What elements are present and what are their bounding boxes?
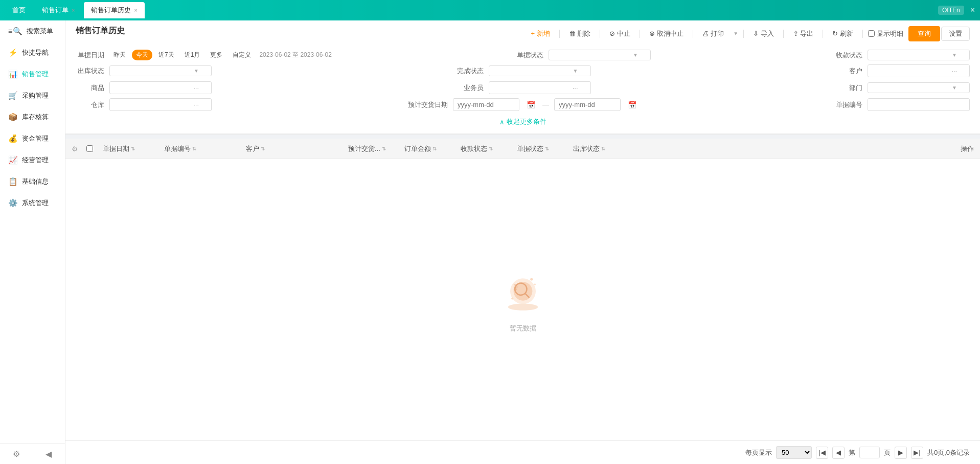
page-number-input[interactable]: 1 [859,447,880,458]
order-status-label: 单据状态 [515,51,543,60]
dept-select[interactable]: ▼ [868,82,970,93]
sales-mgmt-icon: 📊 [8,70,18,79]
th-date: 单据日期 ⇅ [99,140,160,158]
svg-point-9 [534,283,535,285]
first-page-button[interactable]: |◀ [816,447,828,459]
sort-amount-icon[interactable]: ⇅ [432,146,437,151]
filter-area: 单据日期 昨天 今天 近7天 近1月 更多 自定义 2023-06-02 至 2… [65,45,980,134]
sidebar: ≡🔍 搜索菜单 ⚡ 快捷导航 📊 销售管理 🛒 采购管理 📦 库存核算 💰 资金… [0,20,65,464]
date-btn-custom[interactable]: 自定义 [229,50,255,60]
sidebar-item-inventory[interactable]: 📦 库存核算 [0,106,65,128]
date-btn-1month[interactable]: 近1月 [180,50,204,60]
content: 销售订单历史 + 新增 🗑 删除 ⊘ 中止 ⊗ 取消中止 🖨 打印 ▼ ⇩ 导入… [65,20,980,464]
date-to-input[interactable] [554,98,621,111]
pagination: 每页显示 50 20 100 |◀ ◀ 第 1 页 ▶ ▶| 共0页,0条记录 [65,440,980,464]
display-detail-checkbox[interactable]: 显示明细 [868,29,903,38]
sort-num-icon[interactable]: ⇅ [192,146,196,151]
date-from-input[interactable] [453,98,519,111]
filter-row-2: 出库状态 ▼ 完成状态 ▼ 客户 ··· [76,64,970,77]
empty-text: 暂无数据 [510,324,536,333]
sidebar-item-sales-mgmt[interactable]: 📊 销售管理 [0,63,65,85]
order-no-input[interactable] [868,98,970,111]
sidebar-item-finance[interactable]: 💰 资金管理 [0,128,65,149]
sort-customer-icon[interactable]: ⇅ [261,146,265,151]
customer-input[interactable]: ··· [868,64,970,77]
date-btn-yesterday[interactable]: 昨天 [109,50,130,60]
sidebar-item-sys-mgmt[interactable]: ⚙️ 系统管理 [0,192,65,214]
topbar-close-button[interactable]: × [970,6,975,15]
sidebar-item-operations[interactable]: 📈 经营管理 [0,149,65,171]
last-page-button[interactable]: ▶| [911,447,923,459]
date-range-text: 2023-06-02 至 2023-06-02 [259,51,331,59]
select-all-checkbox[interactable] [86,145,93,152]
print-button[interactable]: 🖨 打印 [698,27,728,40]
sort-pay-status-icon[interactable]: ⇅ [489,146,493,151]
refresh-button[interactable]: ↻ 刷新 [828,27,857,40]
collapse-icon: ∧ [499,118,505,126]
sort-order-status-icon[interactable]: ⇅ [545,146,549,151]
out-status-select[interactable]: ▼ [109,65,212,76]
salesperson-input[interactable]: ··· [489,81,591,94]
page-size-select[interactable]: 50 20 100 [776,446,812,459]
sidebar-settings-button[interactable]: ⚙ [0,444,33,464]
goods-input[interactable]: ··· [109,81,212,94]
sidebar-item-base-info[interactable]: 📋 基础信息 [0,171,65,192]
date-btn-today[interactable]: 今天 [132,50,152,60]
order-status-select[interactable]: ▼ [549,50,651,60]
delete-button[interactable]: 🗑 删除 [565,27,595,40]
sidebar-item-search-menu[interactable]: ≡🔍 搜索菜单 [0,20,65,42]
tab-home[interactable]: 首页 [5,2,33,18]
date-label: 单据日期 [76,51,104,60]
stop-button[interactable]: ⊘ 中止 [605,27,634,40]
th-ops: 操作 [625,140,978,158]
query-button[interactable]: 查询 [908,26,940,41]
warehouse-input[interactable]: ··· [109,98,212,111]
sort-out-status-icon[interactable]: ⇅ [601,146,605,151]
date-btn-7days[interactable]: 近7天 [154,50,178,60]
goods-more-dots: ··· [193,84,199,92]
customer-more-dots: ··· [951,67,957,75]
finance-icon: 💰 [8,134,18,143]
inventory-icon: 📦 [8,113,18,122]
export-button[interactable]: ⇪ 导出 [789,27,818,40]
customer-label: 客户 [834,67,862,76]
sort-delivery-icon[interactable]: ⇅ [382,146,386,151]
set-button[interactable]: 设置 [941,27,970,41]
new-button[interactable]: + 新增 [527,27,554,40]
th-checkbox[interactable] [82,141,99,156]
salesperson-more-dots: ··· [573,84,578,92]
sidebar-item-quick-nav[interactable]: ⚡ 快捷导航 [0,42,65,63]
close-history-tab[interactable]: × [134,7,137,13]
sidebar-collapse-button[interactable]: ◀ [33,444,65,464]
purchase-mgmt-icon: 🛒 [8,91,18,100]
th-gear[interactable]: ⚙ [67,141,82,157]
warehouse-label: 仓库 [76,100,104,109]
table-area: ⚙ 单据日期 ⇅ 单据编号 ⇅ 客户 ⇅ 预计交货... [65,139,980,440]
filter-row-3: 商品 ··· 业务员 ··· 部门 ▼ [76,81,970,94]
filter-row-4: 仓库 ··· 预计交货日期 📅 — 📅 单据编号 [76,98,970,111]
page-header-area: 销售订单历史 + 新增 🗑 删除 ⊘ 中止 ⊗ 取消中止 🖨 打印 ▼ ⇩ 导入… [65,20,980,135]
dept-caret: ▼ [952,85,957,91]
prev-page-button[interactable]: ◀ [832,447,845,459]
th-amount: 订单金额 ⇅ [400,140,457,158]
tab-sales-order[interactable]: 销售订单 × [35,2,82,18]
cancel-button[interactable]: ⊗ 取消中止 [645,27,688,40]
sidebar-item-purchase-mgmt[interactable]: 🛒 采购管理 [0,85,65,106]
svg-rect-6 [513,286,517,288]
collapse-more-button[interactable]: ∧ 收起更多条件 [76,115,970,128]
base-info-icon: 📋 [8,177,18,186]
next-page-button[interactable]: ▶ [895,447,907,459]
often-label[interactable]: OfTEn [938,6,964,15]
svg-point-10 [511,297,513,299]
main-layout: ≡🔍 搜索菜单 ⚡ 快捷导航 📊 销售管理 🛒 采购管理 📦 库存核算 💰 资金… [0,20,980,464]
complete-status-select[interactable]: ▼ [489,65,591,76]
sort-date-icon[interactable]: ⇅ [131,146,135,151]
tab-sales-order-history[interactable]: 销售订单历史 × [84,2,144,18]
calendar-to-icon: 📅 [626,101,639,109]
svg-point-0 [508,304,537,311]
import-button[interactable]: ⇩ 导入 [749,27,778,40]
date-btn-more[interactable]: 更多 [206,50,226,60]
close-sales-order-tab[interactable]: × [72,7,75,13]
total-records-text: 共0页,0条记录 [927,448,970,457]
pay-status-select[interactable]: ▼ [868,50,970,60]
